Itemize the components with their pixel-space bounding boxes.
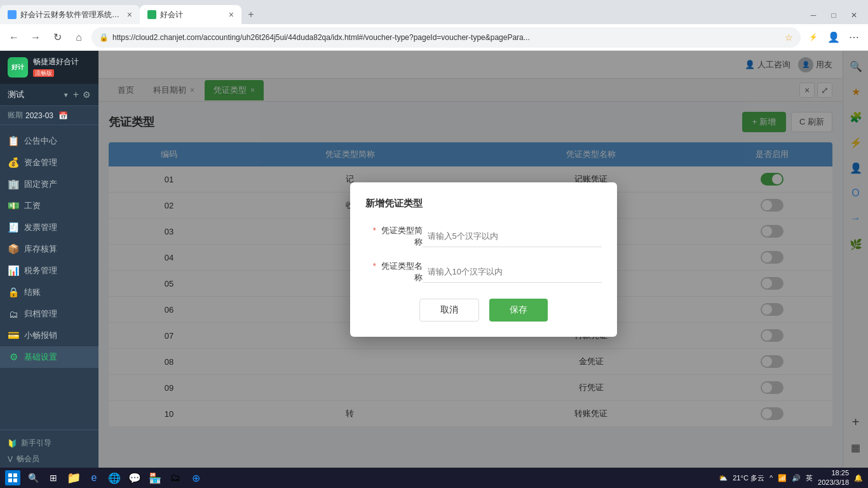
sidebar-item-expense[interactable]: 💳 小畅报销 — [0, 325, 98, 346]
workspace-gear-icon[interactable]: ⚙ — [83, 90, 91, 100]
closing-icon: 🔒 — [8, 287, 19, 298]
assets-icon: 🏢 — [8, 179, 19, 190]
input-name[interactable] — [423, 261, 602, 283]
guide-button[interactable]: 🔰 新手引导 — [8, 435, 91, 451]
taskbar-search[interactable]: 🔍 — [25, 470, 41, 485]
closing-label: 结账 — [24, 287, 91, 298]
taskbar-right: ⛅ 21°C 多云 ^ 📶 🔊 英 18:25 2023/3/18 🔔 — [719, 468, 863, 488]
logo-text-area: 畅捷通好合计 流畅版 — [33, 57, 79, 78]
minimize-button[interactable]: ─ — [804, 6, 822, 24]
browser-tabs: 好会计云财务软件管理系统_会计 × 好会计 × + ─ □ ✕ — [0, 0, 868, 24]
taskbar-weather-icon: ⛅ — [719, 474, 728, 482]
taskbar-network-icon: 📶 — [778, 474, 787, 482]
sidebar-item-settings[interactable]: ⚙ 基础设置 — [0, 346, 98, 368]
taskbar-chrome[interactable]: 🌐 — [107, 470, 122, 485]
maximize-button[interactable]: □ — [825, 6, 843, 24]
inventory-icon: 📦 — [8, 243, 19, 255]
sidebar-item-invoices[interactable]: 🧾 发票管理 — [0, 217, 98, 238]
sidebar-item-notices[interactable]: 📋 公告中心 — [0, 130, 98, 152]
browser-actions: ⚡ 👤 ⋯ — [804, 29, 863, 46]
browser-star-icon[interactable]: ☆ — [785, 32, 793, 43]
taskbar-explorer[interactable]: 📁 — [66, 470, 81, 485]
taskbar-edge2[interactable]: ⊕ — [188, 470, 203, 485]
settings-icon: ⚙ — [8, 351, 19, 363]
settings-label: 基础设置 — [24, 351, 91, 363]
member-label: 畅会员 — [17, 454, 39, 464]
taskbar-sound-icon: 🔊 — [792, 474, 801, 482]
required-star-short: * — [373, 226, 376, 235]
dialog-footer: 取消 保存 — [365, 299, 602, 322]
taskbar-edge[interactable]: e — [86, 470, 102, 485]
sidebar-item-funds[interactable]: 💰 资金管理 — [0, 152, 98, 173]
member-button[interactable]: V 畅会员 — [8, 451, 91, 467]
taskbar-multitask[interactable]: ⊞ — [46, 470, 61, 485]
sidebar-item-salary[interactable]: 💵 工资 — [0, 195, 98, 217]
invoices-icon: 🧾 — [8, 222, 19, 233]
sidebar-item-tax[interactable]: 📊 税务管理 — [0, 260, 98, 281]
guide-label: 新手引导 — [21, 438, 51, 449]
dialog-overlay: 新增凭证类型 * 凭证类型简称 * 凭证类型名称 取消 保存 — [98, 51, 868, 468]
taskbar: 🔍 ⊞ 📁 e 🌐 💬 🏪 🗂 ⊕ ⛅ 21°C 多云 ^ 📶 🔊 英 18:2… — [0, 468, 868, 488]
more-button[interactable]: ⋯ — [845, 29, 863, 46]
sidebar-item-inventory[interactable]: 📦 库存核算 — [0, 238, 98, 260]
salary-icon: 💵 — [8, 200, 19, 212]
taskbar-store[interactable]: 🏪 — [147, 470, 163, 485]
refresh-button[interactable]: ↻ — [48, 29, 66, 46]
home-button[interactable]: ⌂ — [70, 29, 88, 46]
archive-label: 归档管理 — [24, 308, 91, 320]
browser-tab-1[interactable]: 好会计云财务软件管理系统_会计 × — [0, 5, 140, 24]
tab-close-2[interactable]: × — [229, 10, 234, 20]
sidebar: 好计 畅捷通好合计 流畅版 测试 ▼ + ⚙ 账期 2023-03 📅 📋 公告… — [0, 51, 98, 488]
svg-rect-3 — [13, 478, 17, 482]
browser-tab-2[interactable]: 好会计 × — [140, 5, 241, 24]
lock-icon: 🔒 — [99, 33, 109, 42]
sidebar-nav: 📋 公告中心 💰 资金管理 🏢 固定资产 💵 工资 🧾 发票管理 📦 库 — [0, 125, 98, 430]
new-tab-button[interactable]: + — [241, 5, 261, 24]
taskbar-wechat[interactable]: 💬 — [127, 470, 142, 485]
input-short[interactable] — [423, 226, 602, 247]
taskbar-up-icon: ^ — [770, 474, 773, 482]
guide-icon: 🔰 — [8, 439, 17, 448]
salary-label: 工资 — [24, 200, 91, 212]
close-button[interactable]: ✕ — [845, 6, 863, 24]
save-button[interactable]: 保存 — [489, 299, 548, 322]
workspace-name: 测试 — [8, 89, 59, 100]
workspace-add-icon[interactable]: + — [73, 89, 79, 100]
sidebar-item-closing[interactable]: 🔒 结账 — [0, 281, 98, 303]
notices-icon: 📋 — [8, 135, 19, 147]
period-calendar-icon[interactable]: 📅 — [58, 111, 68, 120]
sidebar-item-archive[interactable]: 🗂 归档管理 — [0, 303, 98, 325]
archive-icon: 🗂 — [8, 309, 19, 320]
tab-close-1[interactable]: × — [127, 10, 132, 20]
taskbar-clock: 18:25 — [818, 468, 849, 478]
funds-icon: 💰 — [8, 157, 19, 168]
dialog: 新增凭证类型 * 凭证类型简称 * 凭证类型名称 取消 保存 — [350, 182, 617, 337]
start-button[interactable] — [5, 470, 20, 485]
tab-title-2: 好会计 — [160, 10, 225, 20]
dialog-title: 新增凭证类型 — [365, 198, 602, 210]
cancel-button[interactable]: 取消 — [419, 299, 479, 322]
back-button[interactable]: ← — [5, 29, 23, 46]
form-row-name: * 凭证类型名称 — [365, 261, 602, 283]
profile-button[interactable]: 👤 — [825, 29, 843, 46]
browser-chrome: 好会计云财务软件管理系统_会计 × 好会计 × + ─ □ ✕ ← → ↻ ⌂ … — [0, 0, 868, 51]
form-label-short: * 凭证类型简称 — [365, 225, 423, 248]
svg-rect-2 — [8, 478, 12, 482]
taskbar-files[interactable]: 🗂 — [168, 470, 183, 485]
forward-button[interactable]: → — [27, 29, 44, 46]
sidebar-workspace[interactable]: 测试 ▼ + ⚙ — [0, 84, 98, 106]
taskbar-language: 英 — [806, 473, 813, 483]
sidebar-item-assets[interactable]: 🏢 固定资产 — [0, 173, 98, 195]
member-icon: V — [8, 455, 13, 464]
assets-label: 固定资产 — [24, 179, 91, 190]
required-star-name: * — [373, 261, 376, 271]
extensions-button[interactable]: ⚡ — [804, 29, 822, 46]
form-row-short: * 凭证类型简称 — [365, 225, 602, 248]
tab-favicon-1 — [8, 10, 17, 19]
inventory-label: 库存核算 — [24, 243, 91, 255]
sidebar-logo: 好计 畅捷通好合计 流畅版 — [0, 51, 98, 84]
tax-label: 税务管理 — [24, 265, 91, 276]
taskbar-time: 18:25 2023/3/18 — [818, 468, 849, 488]
url-bar[interactable]: 🔒 https://cloud2.chanjet.com/accounting/… — [92, 27, 801, 48]
tax-icon: 📊 — [8, 265, 19, 276]
